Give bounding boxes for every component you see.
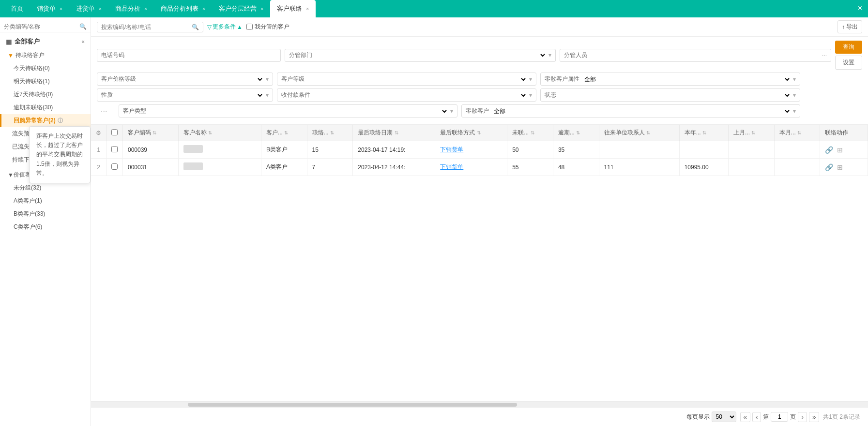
price-level-select[interactable] bbox=[139, 75, 264, 83]
select-all-checkbox[interactable] bbox=[111, 129, 118, 135]
per-page-select[interactable]: 20 50 100 bbox=[712, 411, 736, 422]
filter-phone[interactable]: 电话号码 bbox=[97, 49, 281, 62]
last-page-btn[interactable]: » bbox=[809, 412, 819, 422]
nav-purchase[interactable]: 进货单 × bbox=[69, 0, 108, 17]
row2-select[interactable] bbox=[111, 163, 118, 170]
first-page-btn[interactable]: « bbox=[740, 412, 750, 422]
sidebar-item-unclassified[interactable]: 未分组(32) bbox=[0, 181, 91, 194]
dept-select[interactable] bbox=[315, 51, 547, 59]
filter-retail-customer[interactable]: 零散客户 全部 ▾ bbox=[461, 104, 800, 118]
sidebar-item-7days[interactable]: 近7天待联络(0) bbox=[0, 88, 91, 101]
pending-contact-group[interactable]: ▼ 待联络客户 bbox=[0, 49, 91, 62]
sidebar-item-repurchase-anomaly[interactable]: 回购异常客户(2) ⓘ bbox=[0, 114, 91, 127]
col-settings[interactable]: ⚙ bbox=[91, 125, 107, 141]
sidebar-search-input[interactable] bbox=[4, 23, 79, 30]
row4-dots[interactable]: ··· bbox=[97, 107, 111, 116]
filter-customer-type[interactable]: 客户类型 ▾ bbox=[119, 104, 457, 118]
filter-customer-level[interactable]: 客户等级 ▾ bbox=[277, 73, 537, 86]
export-button[interactable]: ↑ 导出 bbox=[838, 20, 862, 33]
prev-page-btn[interactable]: ‹ bbox=[752, 412, 761, 422]
col-contact-count[interactable]: 联络... ⇅ bbox=[307, 125, 353, 141]
next-page-btn[interactable]: › bbox=[798, 412, 807, 422]
col-uncontacted[interactable]: 未联... ⇅ bbox=[507, 125, 553, 141]
nav-home[interactable]: 首页 bbox=[4, 0, 30, 17]
nav-sales[interactable]: 销货单 × bbox=[30, 0, 69, 17]
row2-link-icon[interactable]: 🔗 bbox=[825, 163, 833, 171]
retail-attr-select[interactable]: 全部 bbox=[582, 75, 791, 83]
phone-input[interactable] bbox=[127, 52, 276, 59]
col-unit-contact[interactable]: 往来单位联系人 ⇅ bbox=[599, 125, 679, 141]
row2-grid-icon[interactable]: ⊞ bbox=[837, 163, 843, 171]
filter-status[interactable]: 状态 ▾ bbox=[540, 88, 800, 102]
nav-product-analysis-list[interactable]: 商品分析列表 × bbox=[154, 0, 212, 17]
main-search-icon[interactable]: 🔍 bbox=[192, 24, 199, 30]
row1-last-method[interactable]: 下销货单 bbox=[435, 141, 507, 159]
col-customer-name[interactable]: 客户名称 ⇅ bbox=[178, 125, 261, 141]
nature-select[interactable] bbox=[116, 91, 264, 99]
row1-link-icon[interactable]: 🔗 bbox=[825, 146, 833, 154]
close-customer-tier-tab[interactable]: × bbox=[260, 6, 263, 12]
close-all-tabs[interactable]: × bbox=[858, 4, 862, 13]
retail-customer-select[interactable]: 全部 bbox=[492, 107, 791, 115]
sidebar-search-box[interactable]: 🔍 bbox=[0, 21, 91, 32]
col-checkbox[interactable] bbox=[107, 125, 123, 141]
customer-type-select[interactable] bbox=[149, 107, 448, 115]
sidebar-search-icon[interactable]: 🔍 bbox=[79, 23, 87, 30]
sidebar-item-tomorrow[interactable]: 明天待联络(1) bbox=[0, 75, 91, 88]
status-select[interactable] bbox=[559, 91, 791, 99]
col-last-contact-date[interactable]: 最后联络日期 ⇅ bbox=[353, 125, 435, 141]
settings-button[interactable]: 设置 bbox=[835, 56, 862, 70]
more-conditions-btn[interactable]: ▽ 更多条件 ▲ bbox=[207, 23, 243, 31]
col-last-contact-method[interactable]: 最后联络方式 ⇅ bbox=[435, 125, 507, 141]
filter-price-level[interactable]: 客户价格等级 ▾ bbox=[97, 73, 273, 86]
my-customers-checkbox[interactable] bbox=[246, 24, 253, 30]
col-overdue[interactable]: 逾期... ⇅ bbox=[553, 125, 599, 141]
close-product-analysis-tab[interactable]: × bbox=[144, 6, 147, 12]
horizontal-scrollbar[interactable] bbox=[91, 401, 868, 407]
sidebar-item-today[interactable]: 今天待联络(0) bbox=[0, 62, 91, 75]
col-last-month[interactable]: 上月... ⇅ bbox=[729, 125, 775, 141]
sidebar-item-class-c[interactable]: C类客户(6) bbox=[0, 220, 91, 234]
close-customer-contact-tab[interactable]: × bbox=[306, 6, 309, 12]
all-customers-section[interactable]: ▦ 全部客户 « bbox=[0, 34, 91, 49]
filter-dept[interactable]: 分管部门 ▾ bbox=[285, 49, 556, 62]
main-search-input[interactable] bbox=[101, 24, 192, 30]
nav-product-analysis[interactable]: 商品分析 × bbox=[108, 0, 154, 17]
row2-checkbox[interactable] bbox=[107, 159, 123, 176]
my-customers-filter[interactable]: 我分管的客户 bbox=[246, 23, 289, 31]
row1-select[interactable] bbox=[111, 146, 118, 152]
filter-payment[interactable]: 收付款条件 ▾ bbox=[277, 88, 537, 102]
filter-nature[interactable]: 性质 ▾ bbox=[97, 88, 273, 102]
payment-select[interactable] bbox=[313, 91, 528, 99]
filter-manager[interactable]: 分管人员 ··· bbox=[560, 49, 831, 62]
nav-customer-contact[interactable]: 客户联络 × bbox=[270, 0, 316, 17]
nav-customer-tier[interactable]: 客户分层经营 × bbox=[212, 0, 270, 17]
sidebar-item-class-a[interactable]: A类客户(1) bbox=[0, 194, 91, 207]
col-customer-type[interactable]: 客户... ⇅ bbox=[261, 125, 307, 141]
collapse-sidebar-btn[interactable]: « bbox=[81, 38, 85, 45]
scroll-thumb[interactable] bbox=[188, 403, 517, 407]
row2-last-method[interactable]: 下销货单 bbox=[435, 159, 507, 176]
chevron-up-icon: ▲ bbox=[237, 24, 243, 30]
per-page-selector[interactable]: 每页显示 20 50 100 bbox=[686, 411, 736, 422]
row1-name[interactable] bbox=[178, 141, 261, 159]
sidebar-item-class-b[interactable]: B类客户(33) bbox=[0, 207, 91, 220]
row2-name[interactable] bbox=[178, 159, 261, 176]
customer-level-select[interactable] bbox=[307, 75, 528, 83]
filter-retail-attr[interactable]: 零散客户属性 全部 ▾ bbox=[540, 73, 800, 86]
col-customer-code[interactable]: 客户编码 ⇅ bbox=[123, 125, 179, 141]
col-this-month[interactable]: 本月... ⇅ bbox=[774, 125, 820, 141]
row1-checkbox[interactable] bbox=[107, 141, 123, 159]
manager-input[interactable] bbox=[590, 52, 822, 59]
col-this-year[interactable]: 本年... ⇅ bbox=[679, 125, 728, 141]
sidebar-item-overdue[interactable]: 逾期未联络(30) bbox=[0, 101, 91, 114]
close-purchase-tab[interactable]: × bbox=[99, 6, 102, 12]
main-search-box[interactable]: 🔍 bbox=[97, 22, 203, 32]
query-button[interactable]: 查询 bbox=[835, 41, 862, 54]
filter-area: 电话号码 分管部门 ▾ 分管人员 ··· 查询 设置 bbox=[91, 37, 868, 125]
row1-grid-icon[interactable]: ⊞ bbox=[837, 146, 843, 154]
manager-dots[interactable]: ··· bbox=[822, 52, 827, 59]
page-input[interactable] bbox=[771, 412, 788, 422]
close-sales-tab[interactable]: × bbox=[60, 6, 62, 12]
close-product-analysis-list-tab[interactable]: × bbox=[202, 6, 205, 12]
